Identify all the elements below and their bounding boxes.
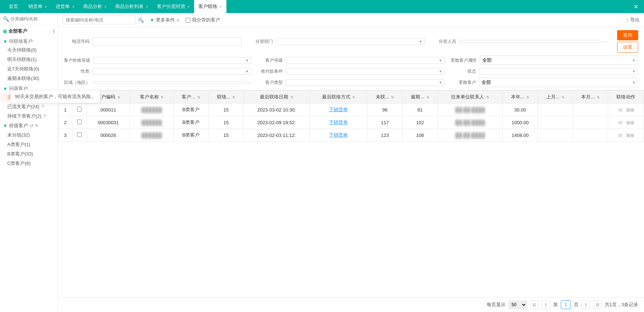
price-tier-select[interactable]: ▼ bbox=[93, 57, 251, 64]
filter-search-icon[interactable]: 🔍 bbox=[138, 17, 144, 23]
col-name[interactable]: 客户名称 ⇅ bbox=[130, 91, 174, 104]
customer-tier-select[interactable]: ▼ bbox=[286, 57, 445, 64]
sidebar-item-class-a[interactable]: A类客户(1) bbox=[0, 140, 58, 149]
close-analysis-list-icon[interactable]: × bbox=[146, 4, 148, 9]
col-this-month[interactable]: 本月... ⇅ bbox=[573, 91, 608, 104]
region-field: 区域（地区） ··· bbox=[64, 80, 251, 86]
sidebar-item-class-c[interactable]: C类客户(6) bbox=[0, 159, 58, 168]
cell-index: 1 bbox=[59, 104, 72, 116]
sidebar-item-churned[interactable]: 已流失客户(24) ? bbox=[0, 102, 58, 112]
action-contact-icon[interactable]: ☏ bbox=[617, 120, 623, 125]
home-tab-label: 首页 bbox=[9, 3, 18, 10]
gender-select[interactable]: ▼ bbox=[92, 68, 251, 75]
tab-analysis[interactable]: 商品分析 × bbox=[79, 0, 111, 13]
zero-retail-attr-select[interactable]: 全部 ▼ bbox=[480, 56, 638, 65]
class-a-label: A类客户(1) bbox=[7, 142, 31, 147]
customer-type-select[interactable]: ▼ bbox=[286, 79, 445, 86]
cell-checkbox bbox=[72, 116, 87, 129]
contact-type-link[interactable]: 下销货单 bbox=[329, 107, 348, 112]
payment-select[interactable]: ▼ bbox=[286, 68, 445, 75]
region-select[interactable] bbox=[93, 81, 245, 84]
col-no-contact-days[interactable]: 未联... ⇅ bbox=[367, 91, 403, 104]
tab-customer-tier[interactable]: 客户分层经营 × bbox=[153, 0, 194, 13]
tab-customer-crm-label: 客户联络 bbox=[198, 3, 217, 10]
tab-analysis-list[interactable]: 商品分析列表 × bbox=[111, 0, 152, 13]
last-page-button[interactable]: ⟩⟩ bbox=[593, 300, 602, 309]
all-customers-header[interactable]: ⊞ 全部客户 《 bbox=[0, 25, 58, 36]
table-area: ⚙ 客户编码 ⇅ 客户名称 ⇅ bbox=[58, 90, 644, 297]
prev-page-button[interactable]: ⟨ bbox=[542, 300, 550, 309]
settings-button[interactable]: 设置 bbox=[617, 42, 638, 53]
dept-select[interactable]: ▼ bbox=[276, 38, 425, 45]
sidebar-item-declining[interactable]: 持续下滑客户(2) ? bbox=[0, 112, 58, 121]
contact-type-link[interactable]: 下销货单 bbox=[329, 119, 348, 125]
cell-last-type: 下销货单 bbox=[310, 116, 367, 129]
cell-last-date: 2023-02-03 11:12: bbox=[243, 129, 309, 142]
row-checkbox[interactable] bbox=[77, 107, 82, 112]
close-sales-icon[interactable]: × bbox=[45, 4, 47, 9]
sidebar-item-7days[interactable]: 近7天待联络(0) bbox=[0, 64, 58, 74]
per-page-select[interactable]: 50 100 bbox=[508, 301, 527, 309]
col-this-year[interactable]: 本年... ⇅ bbox=[503, 91, 538, 104]
home-tab[interactable]: 首页 bbox=[3, 0, 24, 13]
col-tier[interactable]: 客户... ⇅ bbox=[173, 91, 209, 104]
sidebar-item-ungroup[interactable]: 未分组(32) bbox=[0, 130, 58, 140]
tab-purchase[interactable]: 进货单 × bbox=[51, 0, 79, 13]
close-analysis-icon[interactable]: × bbox=[104, 4, 106, 9]
action-contact-icon[interactable]: ☏ bbox=[617, 107, 623, 113]
region-label: 区域（地区） bbox=[64, 80, 90, 86]
status-select[interactable]: ▼ bbox=[479, 68, 638, 75]
sort-this-month-icon: ⇅ bbox=[597, 95, 600, 99]
zero-retail-select[interactable]: 全部 ▼ bbox=[479, 78, 638, 87]
my-customers-checkbox[interactable] bbox=[186, 18, 190, 23]
query-button[interactable]: 查询 bbox=[617, 30, 638, 40]
sort-contact-person-icon: ⇅ bbox=[486, 95, 489, 99]
sidebar-item-tomorrow[interactable]: 明天待联络(1) bbox=[0, 55, 58, 64]
dept-field: 分管部门 ▼ bbox=[247, 38, 425, 45]
status-field: 状态 ▼ bbox=[451, 68, 638, 75]
action-more-icon[interactable]: ⊞⊞ bbox=[626, 133, 634, 138]
close-customer-tier-icon[interactable]: × bbox=[188, 4, 190, 9]
sidebar-collapse-icon[interactable]: 《 bbox=[51, 29, 55, 34]
sidebar-section-value[interactable]: ▼ 价值客户 ↺ ✎ bbox=[0, 121, 58, 130]
manager-dots-icon[interactable]: ··· bbox=[601, 39, 608, 44]
data-table: ⚙ 客户编码 ⇅ 客户名称 ⇅ bbox=[58, 90, 644, 142]
col-contact-person[interactable]: 往来单位联系人 ⇅ bbox=[438, 91, 503, 104]
close-purchase-icon[interactable]: × bbox=[72, 4, 74, 9]
question2-icon: ? bbox=[43, 113, 46, 119]
row-checkbox[interactable] bbox=[77, 119, 82, 124]
action-contact-icon[interactable]: ☏ bbox=[617, 133, 623, 138]
sidebar-search-input[interactable] bbox=[11, 16, 58, 21]
sidebar-section-pending[interactable]: ▼ 待联络客户 bbox=[0, 36, 58, 45]
first-page-button[interactable]: ⟨⟨ bbox=[530, 300, 539, 309]
action-more-icon[interactable]: ⊞⊞ bbox=[626, 120, 634, 125]
phone-input[interactable] bbox=[92, 37, 242, 45]
more-conditions-label: 更多条件 bbox=[156, 17, 175, 23]
sidebar-item-today[interactable]: 今天待联络(0) bbox=[0, 45, 58, 55]
edit-icon[interactable]: ✎ bbox=[35, 123, 39, 129]
close-all-button[interactable]: ✕ bbox=[631, 3, 641, 10]
search-input[interactable] bbox=[63, 16, 135, 24]
more-conditions-button[interactable]: ▼ 更多条件 ∧ bbox=[147, 15, 183, 25]
col-last-month[interactable]: 上月... ⇅ bbox=[538, 91, 573, 104]
contact-type-link[interactable]: 下销货单 bbox=[329, 132, 348, 138]
close-customer-crm-icon[interactable]: × bbox=[220, 4, 222, 9]
next-page-button[interactable]: ⟩ bbox=[581, 300, 590, 309]
sidebar-item-class-b[interactable]: B类客户(33) bbox=[0, 149, 58, 159]
row-checkbox[interactable] bbox=[77, 132, 82, 137]
refresh-icon[interactable]: ↺ bbox=[29, 123, 33, 129]
zero-retail-attr-label: 零散客户属性 bbox=[451, 57, 477, 64]
tab-sales[interactable]: 销货单 × bbox=[24, 0, 51, 13]
tab-customer-crm[interactable]: 客户联络 × bbox=[194, 0, 226, 13]
page-prefix-label: 第 bbox=[553, 301, 558, 308]
manager-select[interactable] bbox=[459, 40, 601, 43]
export-button[interactable]: ↑ 导出 bbox=[627, 17, 640, 23]
col-last-contact-type[interactable]: 最后联络方式 ⇅ bbox=[310, 91, 367, 104]
region-dots-icon[interactable]: ··· bbox=[245, 80, 251, 85]
col-overdue[interactable]: 逾期... ⇅ bbox=[402, 91, 438, 104]
col-contact-count[interactable]: 联络... ⇅ bbox=[209, 91, 244, 104]
col-last-contact-date[interactable]: 最后联络日期 ⇅ bbox=[243, 91, 309, 104]
sidebar-item-overdue[interactable]: 逾期未联络(30) bbox=[0, 74, 58, 83]
total-label: 共1页，3条记录 bbox=[605, 301, 638, 308]
action-more-icon[interactable]: ⊞⊞ bbox=[626, 107, 634, 113]
